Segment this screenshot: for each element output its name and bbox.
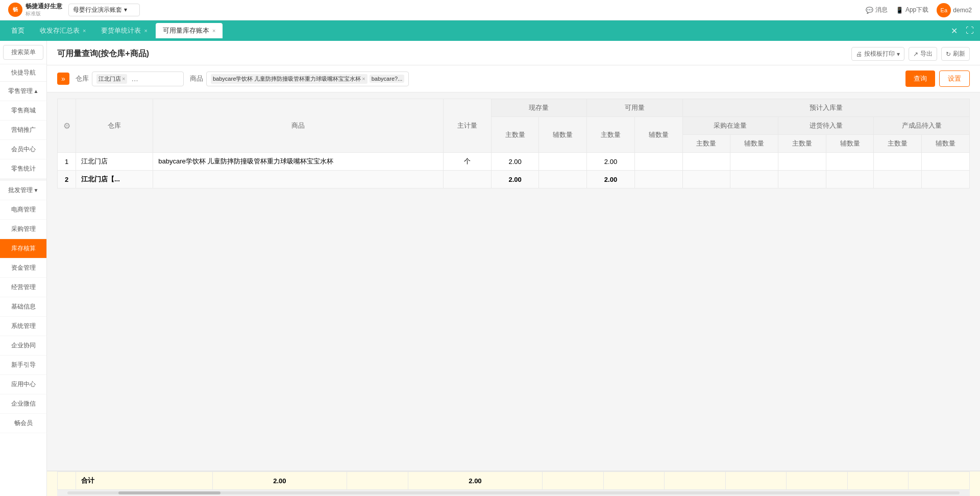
tab-receipt-label: 收发存汇总表 xyxy=(40,26,80,35)
sidebar-search-section: 搜索菜单 xyxy=(0,41,46,64)
top-bar: 畅 畅捷通好生意 标准版 母婴行业演示账套 ▾ 💬 消息 📱 App下载 Ea … xyxy=(0,0,980,20)
sidebar-item-wholesale-mgmt[interactable]: 批发管理 ▼ xyxy=(0,181,46,200)
subtotal-prod-pending-main xyxy=(874,171,922,188)
tab-order-stats[interactable]: 要货单统计表 × xyxy=(94,23,154,38)
tab-receipt-summary[interactable]: 收发存汇总表 × xyxy=(33,23,93,38)
sidebar-item-enterprise-collab[interactable]: 企业协同 xyxy=(0,336,46,356)
subtotal-product xyxy=(153,171,444,188)
user-name: demo2 xyxy=(953,7,972,14)
sidebar-collab-label: 企业协同 xyxy=(11,341,36,350)
sidebar-basic-info-label: 基础信息 xyxy=(11,302,36,311)
settings-col-header: ⚙ xyxy=(58,99,76,153)
sidebar-item-retail-mgmt[interactable]: 零售管理 ▲ xyxy=(0,82,46,101)
table-area: ⚙ 仓库 商品 主计量 现存量 可用量 预计入库量 主数量 辅数量 主数量 辅数… xyxy=(47,92,980,470)
sidebar-operations-label: 经营管理 xyxy=(11,283,36,292)
sidebar-retail-stats-label: 零售统计 xyxy=(11,164,36,173)
tab-home[interactable]: 首页 xyxy=(4,23,32,38)
warehouse-tag: 江北门店 × xyxy=(96,74,127,84)
sidebar-item-member-center[interactable]: 会员中心 xyxy=(0,140,46,159)
sidebar-item-operations-mgmt[interactable]: 经营管理 xyxy=(0,278,46,297)
quick-nav-btn[interactable]: 快捷导航 xyxy=(0,64,46,82)
industry-chevron-icon: ▾ xyxy=(124,6,127,13)
scrollbar-track xyxy=(67,491,960,494)
product-input[interactable]: babycare学饮杯 儿童防摔防撞吸管杯重力球吸嘴杯宝宝水杯 × babyca… xyxy=(206,72,409,86)
sidebar-item-vip-member[interactable]: 畅会员 xyxy=(0,414,46,433)
row-pur-pending-aux-1 xyxy=(826,153,874,171)
sidebar-item-marketing[interactable]: 营销推广 xyxy=(0,121,46,140)
sidebar-item-new-guide[interactable]: 新手引导 xyxy=(0,356,46,375)
print-chevron-icon: ▾ xyxy=(897,51,900,58)
print-template-btn[interactable]: 🖨 按模板打印 ▾ xyxy=(851,47,904,61)
sidebar-item-app-center[interactable]: 应用中心 xyxy=(0,375,46,394)
filter-bar: » 仓库 江北门店 × ... 商品 babycare学饮杯 儿童防摔防撞吸管杯… xyxy=(47,65,980,92)
nav-close-btn[interactable]: ✕ xyxy=(949,24,960,38)
purchase-transit-header: 采购在途量 xyxy=(682,117,778,135)
sidebar-item-purchase-mgmt[interactable]: 采购管理 xyxy=(0,220,46,239)
product-tag-1: babycare学饮杯 儿童防摔防撞吸管杯重力球吸嘴杯宝宝水杯 × xyxy=(211,74,368,84)
filter-expand-btn[interactable]: » xyxy=(57,73,69,85)
sidebar-wholesale-label: 批发管理 xyxy=(8,186,33,195)
sidebar-ecommerce-label: 电商管理 xyxy=(11,205,36,214)
settings-btn[interactable]: 设置 xyxy=(939,70,970,87)
sidebar-item-retail-mall[interactable]: 零售商城 xyxy=(0,101,46,121)
tab-home-label: 首页 xyxy=(11,26,24,35)
tab-available-label: 可用量库存账本 xyxy=(163,26,209,35)
industry-select[interactable]: 母婴行业演示账套 ▾ xyxy=(68,4,140,16)
sidebar-item-retail-stats[interactable]: 零售统计 xyxy=(0,159,46,179)
message-label: 消息 xyxy=(875,6,888,14)
app-download-btn[interactable]: 📱 App下载 xyxy=(896,6,928,14)
sidebar-item-basic-info[interactable]: 基础信息 xyxy=(0,297,46,317)
total-avail-main: 2.00 xyxy=(408,472,543,490)
expand-arrows-icon: » xyxy=(61,75,65,83)
product-tag-2: babycare?... xyxy=(370,75,405,83)
sidebar-item-inventory-check[interactable]: 库存核算 xyxy=(0,239,46,258)
row-product-1: babycare学饮杯 儿童防摔防撞吸管杯重力球吸嘴杯宝宝水杯 xyxy=(153,153,444,171)
export-btn[interactable]: ↗ 导出 xyxy=(909,47,937,61)
refresh-btn[interactable]: ↻ 刷新 xyxy=(941,47,970,61)
warehouse-more-icon[interactable]: ... xyxy=(129,74,140,83)
table-row: 1 江北门店 babycare学饮杯 儿童防摔防撞吸管杯重力球吸嘴杯宝宝水杯 个… xyxy=(58,153,970,171)
sidebar-retail-arrow-icon: ▲ xyxy=(34,88,39,94)
sidebar-item-system-mgmt[interactable]: 系统管理 xyxy=(0,317,46,336)
avatar: Ea xyxy=(937,3,951,17)
sidebar-new-guide-label: 新手引导 xyxy=(11,361,36,369)
row-stock-main-1: 2.00 xyxy=(491,153,539,171)
sidebar-item-ecommerce-mgmt[interactable]: 电商管理 xyxy=(0,200,46,220)
product-tag-1-close-icon[interactable]: × xyxy=(362,76,365,82)
user-area[interactable]: Ea demo2 xyxy=(937,3,972,17)
tab-available-close-icon[interactable]: × xyxy=(212,28,215,34)
warehouse-label: 仓库 xyxy=(76,74,89,83)
subtotal-warehouse: 江北门店【... xyxy=(76,171,153,188)
filter-actions: 查询 设置 xyxy=(905,70,970,87)
message-btn[interactable]: 💬 消息 xyxy=(866,6,888,14)
table-footer: 合计 2.00 2.00 xyxy=(47,470,980,496)
total-stock-main: 2.00 xyxy=(212,472,347,490)
tab-receipt-close-icon[interactable]: × xyxy=(83,28,86,34)
scrollbar-thumb[interactable] xyxy=(118,491,220,494)
tab-available-inventory[interactable]: 可用量库存账本 × xyxy=(156,23,223,38)
horizontal-scrollbar[interactable] xyxy=(57,490,970,496)
subtotal-unit xyxy=(444,171,492,188)
nav-tabs: 首页 收发存汇总表 × 要货单统计表 × 可用量库存账本 × ✕ ⛶ xyxy=(0,20,980,41)
subtotal-pur-transit-main xyxy=(682,171,730,188)
prod-pending-main-header: 主数量 xyxy=(874,135,922,153)
row-avail-aux-1 xyxy=(634,153,682,171)
warehouse-input[interactable]: 江北门店 × ... xyxy=(92,72,184,86)
sidebar-member-label: 会员中心 xyxy=(11,145,36,154)
tab-order-close-icon[interactable]: × xyxy=(144,28,147,34)
pur-transit-aux-header: 辅数量 xyxy=(730,135,778,153)
sidebar-item-finance-mgmt[interactable]: 资金管理 xyxy=(0,258,46,278)
avail-main-qty-header: 主数量 xyxy=(587,117,635,153)
sidebar-retail-mall-label: 零售商城 xyxy=(11,106,36,115)
sidebar-marketing-label: 营销推广 xyxy=(11,126,36,134)
subtotal-avail-aux xyxy=(634,171,682,188)
search-menu-btn[interactable]: 搜索菜单 xyxy=(3,45,43,60)
nav-right-actions: ✕ ⛶ xyxy=(949,24,976,38)
nav-expand-btn[interactable]: ⛶ xyxy=(964,24,976,37)
subtotal-pur-transit-aux xyxy=(730,171,778,188)
warehouse-tag-close-icon[interactable]: × xyxy=(122,76,125,82)
table-settings-icon[interactable]: ⚙ xyxy=(63,122,70,130)
query-btn[interactable]: 查询 xyxy=(905,70,935,87)
app-download-label: App下载 xyxy=(905,6,928,14)
sidebar-item-enterprise-wechat[interactable]: 企业微信 xyxy=(0,394,46,414)
